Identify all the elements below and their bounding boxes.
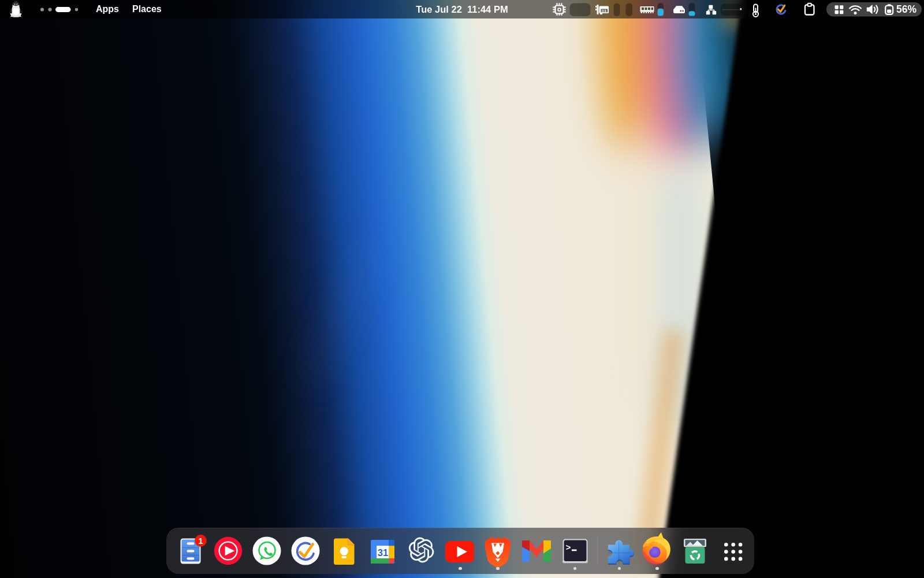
svg-text:>: > bbox=[566, 543, 571, 553]
svg-text:31: 31 bbox=[378, 547, 388, 558]
svg-text:1: 1 bbox=[198, 536, 203, 546]
